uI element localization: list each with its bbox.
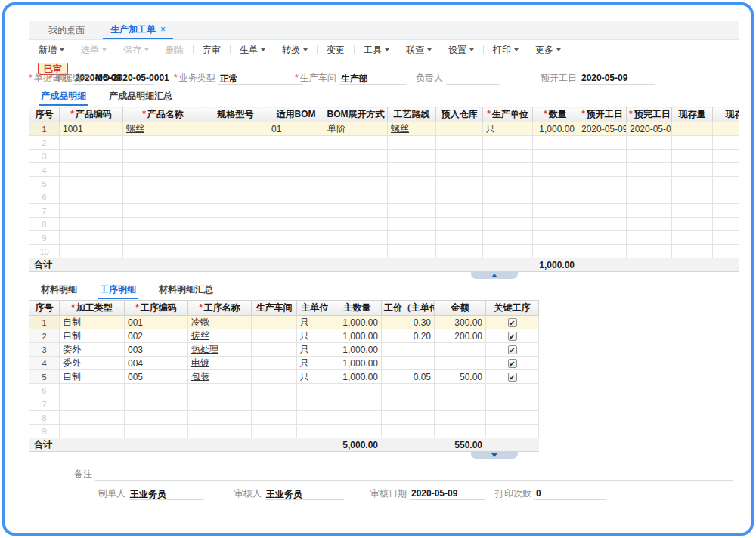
cell-process_type[interactable]: 自制 [60,329,125,343]
plan-start-value[interactable]: 2020-05-09 [580,73,655,85]
cell-start_date[interactable]: 2020-05-09 [578,122,627,136]
cell-amount[interactable] [435,384,486,397]
cell-stock_qty[interactable] [672,204,713,218]
cell-process_name[interactable]: 包装 [188,370,252,384]
cell-unit[interactable] [297,384,333,397]
cell-stock_qty2[interactable] [713,122,740,136]
cell-qty[interactable] [533,204,578,218]
cell-process_type[interactable]: 委外 [60,357,125,370]
close-icon[interactable]: × [160,24,166,35]
cell-unit[interactable] [297,425,333,438]
cell-unit[interactable] [483,190,533,204]
cell-workshop[interactable] [252,343,297,357]
cell-stock_qty2[interactable] [713,177,740,190]
cell-price[interactable]: 0.05 [382,370,435,384]
cell-price[interactable]: 0.20 [382,329,435,343]
cell-workshop[interactable] [252,316,297,329]
cell-unit[interactable]: 只 [483,122,533,136]
cell-main_qty[interactable]: 1,000.00 [333,357,382,370]
cell-bom[interactable] [268,190,324,204]
cell-product_code[interactable] [60,231,123,245]
checkbox-checked-icon[interactable]: ✔ [508,359,517,368]
cell-unit[interactable]: 只 [297,370,333,384]
cell-warehouse[interactable] [436,231,483,245]
cell-product_name[interactable] [123,177,203,190]
cell-start_date[interactable] [578,231,627,245]
cell-end_date[interactable] [627,204,672,218]
cell-price[interactable] [382,411,435,425]
cell-product_code[interactable] [60,245,123,258]
cell-end_date[interactable] [627,231,672,245]
toolbar-button-unaudit[interactable]: 弃审 [194,44,229,57]
cell-start_date[interactable] [578,204,627,218]
tab-process-detail[interactable]: 工序明细 [98,283,138,299]
cell-stock_qty[interactable] [672,231,713,245]
collapse-down-handle[interactable] [471,452,518,459]
cell-main_qty[interactable] [333,384,382,397]
cell-spec_model[interactable] [203,204,268,218]
cell-product_code[interactable] [60,190,123,204]
audit-date-value[interactable]: 2020-05-09 [410,488,485,500]
doc-no-value[interactable]: MO-2020-05-0001 [94,73,154,85]
cell-process_name[interactable] [188,384,252,397]
owner-value[interactable] [446,73,500,85]
cell-bom[interactable]: 01 [268,122,324,136]
cell-bom_mode[interactable]: 单阶 [324,122,388,136]
cell-stock_qty2[interactable] [713,231,740,245]
cell-unit[interactable] [483,231,533,245]
cell-product_code[interactable] [60,177,123,190]
checkbox-checked-icon[interactable]: ✔ [508,318,517,327]
cell-process_code[interactable]: 005 [125,370,188,384]
cell-stock_qty2[interactable] [713,136,740,150]
cell-workshop[interactable] [252,397,297,411]
cell-process_name[interactable]: 热处理 [188,343,252,357]
toolbar-button-tools[interactable]: 工具 [355,44,398,57]
creator-value[interactable]: 王业务员 [129,488,204,500]
cell-start_date[interactable] [578,218,627,231]
cell-product_name[interactable] [123,190,203,204]
cell-unit[interactable] [297,397,333,411]
cell-bom[interactable] [268,150,324,163]
cell-product_name[interactable] [123,204,203,218]
cell-bom[interactable] [268,163,324,177]
cell-qty[interactable] [533,231,578,245]
cell-workshop[interactable] [252,425,297,438]
cell-process_code[interactable]: 002 [125,329,188,343]
cell-spec_model[interactable] [203,231,268,245]
cell-process_code[interactable] [125,411,188,425]
cell-stock_qty[interactable] [672,136,713,150]
tab-production-order[interactable]: 生产加工单 × [103,21,173,39]
cell-route[interactable] [388,163,436,177]
cell-stock_qty[interactable] [672,122,713,136]
cell-unit[interactable] [483,177,533,190]
cell-workshop[interactable] [252,411,297,425]
cell-warehouse[interactable] [436,245,483,258]
cell-unit[interactable]: 只 [297,343,333,357]
cell-product_name[interactable] [123,245,203,258]
cell-product_name[interactable] [123,218,203,231]
cell-product_code[interactable] [60,163,123,177]
cell-spec_model[interactable] [203,136,268,150]
cell-unit[interactable] [483,136,533,150]
cell-warehouse[interactable] [436,218,483,231]
cell-key_process[interactable] [486,384,539,397]
cell-amount[interactable] [435,397,486,411]
auditor-value[interactable]: 王业务员 [265,488,344,500]
cell-bom_mode[interactable] [324,150,388,163]
cell-unit[interactable] [483,163,533,177]
cell-stock_qty2[interactable] [713,190,740,204]
checkbox-checked-icon[interactable]: ✔ [508,373,517,382]
cell-route[interactable] [388,150,436,163]
cell-warehouse[interactable] [436,177,483,190]
cell-spec_model[interactable] [203,218,268,231]
cell-process_type[interactable] [60,425,125,438]
cell-unit[interactable]: 只 [297,316,333,329]
cell-amount[interactable]: 300.00 [435,316,486,329]
cell-unit[interactable]: 只 [297,357,333,370]
cell-process_code[interactable] [125,384,188,397]
cell-amount[interactable] [435,425,486,438]
cell-qty[interactable]: 1,000.00 [533,122,578,136]
cell-bom[interactable] [268,245,324,258]
cell-price[interactable] [382,357,435,370]
cell-route[interactable] [388,204,436,218]
